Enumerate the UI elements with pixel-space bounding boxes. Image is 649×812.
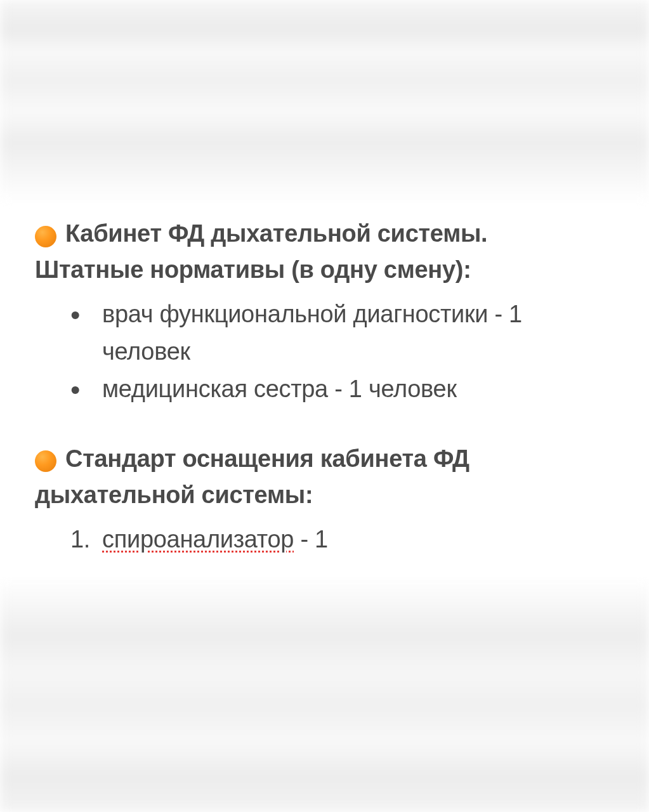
section-2-title-line1: Стандарт оснащения кабинета ФД — [65, 441, 469, 477]
list-item-rest: - 1 — [294, 526, 328, 553]
document-content: Кабинет ФД дыхательной системы. Штатные … — [0, 209, 649, 577]
section-1-heading: Кабинет ФД дыхательной системы. Штатные … — [35, 216, 614, 288]
equipment-list: спироанализатор - 1 — [35, 521, 614, 558]
orange-circle-icon — [35, 450, 56, 472]
orange-circle-icon — [35, 226, 56, 247]
staff-list: врач функциональной диагностики - 1 чело… — [35, 296, 614, 408]
blurred-background-top — [0, 0, 649, 203]
section-2-heading: Стандарт оснащения кабинета ФД дыхательн… — [35, 441, 614, 513]
list-item: медицинская сестра - 1 человек — [70, 370, 614, 408]
spellcheck-underline: спироанализатор — [102, 526, 294, 553]
section-2-title-line2: дыхательной системы: — [35, 477, 614, 513]
section-1-title-line1: Кабинет ФД дыхательной системы. — [65, 216, 487, 252]
blurred-background-bottom — [0, 577, 649, 812]
list-item: врач функциональной диагностики - 1 чело… — [70, 296, 614, 370]
list-item: спироанализатор - 1 — [70, 521, 614, 558]
section-1-title-line2: Штатные нормативы (в одну смену): — [35, 252, 614, 288]
